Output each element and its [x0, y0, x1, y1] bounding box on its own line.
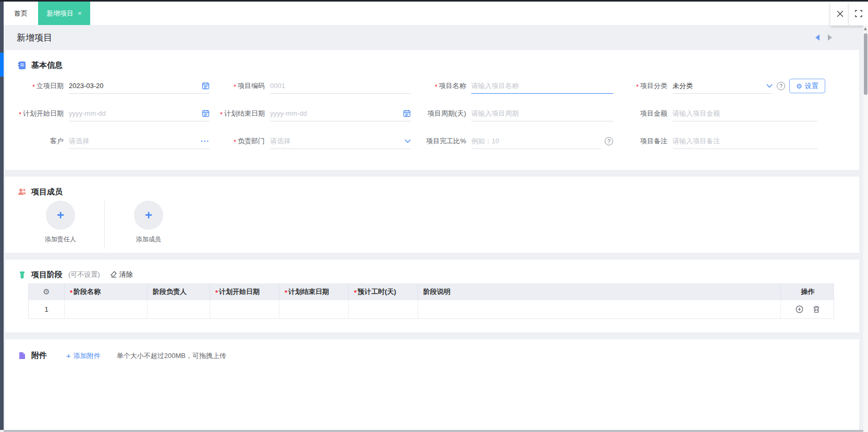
chevron-down-icon[interactable] — [766, 84, 773, 88]
add-attachment-button[interactable]: + 添加附件 — [66, 351, 101, 361]
add-member-button[interactable]: + 添加成员 — [118, 201, 179, 249]
field-label-bianma: *项目编码 — [215, 78, 265, 94]
scrollbar-thumb[interactable] — [864, 33, 867, 95]
stage-row-actions — [781, 300, 835, 318]
basic-info-title: 基本信息 — [31, 60, 63, 70]
eraser-icon — [110, 270, 117, 279]
add-owner-label: 添加责任人 — [45, 235, 76, 244]
wangong-help-icon[interactable]: ? — [605, 137, 613, 145]
tab-new-project[interactable]: 新增项目 × — [38, 2, 90, 25]
field-label-zhouqi: 项目周期(天) — [416, 106, 466, 121]
members-title: 项目成员 — [31, 187, 63, 197]
tab-close-icon[interactable]: × — [78, 9, 82, 17]
fenlei-settings-button[interactable]: ⚙ 设置 — [789, 79, 825, 93]
stage-owner-cell[interactable] — [153, 300, 204, 318]
mingcheng-input[interactable] — [471, 79, 613, 93]
col-stage-action: 操作 — [781, 284, 835, 300]
tab-home[interactable]: 首页 — [4, 2, 38, 25]
field-label-beizhu: 项目备注 — [618, 133, 667, 149]
close-icon — [837, 10, 843, 17]
zhouqi-input[interactable] — [471, 106, 613, 121]
header-nav-arrows — [815, 25, 832, 50]
scroll-up-icon[interactable] — [864, 27, 867, 30]
jine-input[interactable] — [673, 106, 817, 121]
bianma-input[interactable] — [270, 79, 411, 93]
lixiang-date-input[interactable] — [69, 79, 200, 93]
add-owner-button[interactable]: + 添加责任人 — [30, 201, 91, 249]
members-icon — [18, 188, 27, 196]
plus-icon: + — [57, 209, 64, 221]
col-stage-owner: 阶段负责人 — [148, 284, 210, 300]
add-member-label: 添加成员 — [136, 235, 161, 244]
close-button[interactable] — [830, 2, 849, 26]
jieshu-date-input[interactable] — [270, 106, 401, 121]
tab-new-project-label: 新增项目 — [46, 9, 74, 18]
plus-icon: + — [66, 352, 71, 360]
vertical-scrollbar[interactable] — [863, 25, 868, 432]
nav-prev-icon[interactable] — [815, 34, 820, 41]
chevron-down-icon[interactable] — [405, 139, 411, 143]
bumen-select[interactable] — [270, 134, 402, 149]
beizhu-input[interactable] — [673, 134, 817, 149]
stages-title: 项目阶段 — [31, 270, 63, 280]
stage-start-cell[interactable] — [215, 300, 274, 318]
stages-clear-button[interactable]: 清除 — [110, 270, 133, 279]
nav-next-icon[interactable] — [828, 34, 832, 41]
col-stage-desc: 阶段说明 — [418, 284, 781, 300]
members-body: + 添加责任人 + 添加成员 — [5, 198, 859, 249]
members-card: 项目成员 + 添加责任人 + 添加成员 — [5, 177, 859, 253]
field-label-jieshu: *计划结束日期 — [215, 106, 265, 121]
fenlei-help-icon[interactable]: ? — [777, 82, 785, 90]
calendar-icon[interactable] — [403, 109, 411, 117]
fullscreen-icon — [855, 10, 862, 17]
attachments-card: 附件 + 添加附件 单个大小不超过200MB，可拖拽上传 — [5, 339, 859, 430]
kehu-more-icon[interactable]: ··· — [201, 138, 210, 145]
window-bottom-border — [4, 430, 868, 432]
stages-table-header: ⚙ *阶段名称 阶段负责人 *计划开始日期 *计划结束日期 *预计工时(天) 阶… — [29, 284, 834, 300]
stage-end-cell[interactable] — [285, 300, 343, 318]
stages-card: 项目阶段 (可不设置) 清除 ⚙ *阶段名称 阶段负责人 *计划开始日期 *计划… — [5, 260, 859, 332]
fullscreen-button[interactable] — [849, 2, 868, 26]
kaishi-date-input[interactable] — [69, 106, 200, 121]
field-label-fenlei: *项目分类 — [618, 78, 667, 94]
window-top-border — [0, 0, 868, 2]
calendar-icon[interactable] — [202, 82, 210, 90]
add-row-icon[interactable] — [796, 305, 803, 313]
delete-row-icon[interactable] — [813, 305, 820, 313]
field-label-lixiang: *立项日期 — [17, 78, 64, 94]
stage-desc-cell[interactable] — [423, 300, 775, 318]
tab-home-label: 首页 — [14, 9, 28, 18]
members-divider — [104, 201, 105, 249]
col-stage-name: *阶段名称 — [65, 284, 148, 300]
window-controls — [830, 2, 868, 26]
kehu-select[interactable] — [69, 134, 199, 149]
field-label-bumen: *负责部门 — [215, 133, 265, 149]
column-settings-gear-icon[interactable]: ⚙ — [29, 284, 65, 300]
basic-info-form: *立项日期 *项目编码 *项目名称 *项目分类 ? ⚙ — [5, 71, 859, 149]
stages-icon — [18, 270, 27, 279]
attachments-title: 附件 — [31, 351, 47, 361]
stage-row: 1 — [29, 300, 834, 318]
field-label-wangong: 项目完工比% — [416, 133, 466, 149]
wangong-input[interactable] — [471, 134, 601, 149]
col-stage-end: *计划结束日期 — [279, 284, 349, 300]
stage-row-index: 1 — [29, 300, 65, 318]
stages-hint: (可不设置) — [68, 270, 100, 279]
fenlei-select[interactable] — [673, 79, 764, 93]
tab-bar: 首页 新增项目 × — [4, 2, 868, 25]
stages-table: ⚙ *阶段名称 阶段负责人 *计划开始日期 *计划结束日期 *预计工时(天) 阶… — [28, 283, 834, 319]
field-label-mingcheng: *项目名称 — [416, 78, 466, 94]
col-stage-start: *计划开始日期 — [210, 284, 279, 300]
stage-name-cell[interactable] — [70, 300, 142, 318]
basic-info-card: 基本信息 *立项日期 *项目编码 *项目名称 *项目分类 — [5, 50, 859, 170]
stage-hours-cell[interactable] — [354, 300, 412, 318]
attachments-icon — [18, 351, 27, 360]
page-title: 新增项目 — [17, 32, 52, 44]
add-owner-circle[interactable]: + — [46, 201, 75, 230]
field-label-kaishi: *计划开始日期 — [17, 106, 64, 121]
add-member-circle[interactable]: + — [134, 201, 163, 230]
field-label-kehu: 客户 — [17, 133, 64, 149]
collapsed-sidebar-strip — [0, 2, 4, 430]
field-label-jine: 项目金额 — [618, 106, 667, 121]
calendar-icon[interactable] — [202, 109, 210, 117]
